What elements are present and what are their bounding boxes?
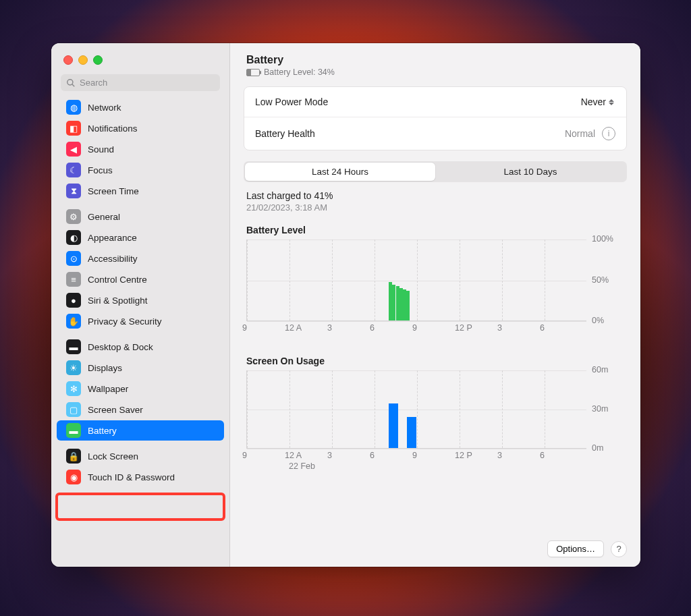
flower-icon: ✻: [66, 381, 81, 396]
sun-icon: ☀: [66, 360, 81, 375]
moon-icon: ☾: [66, 163, 81, 177]
help-button[interactable]: ?: [611, 541, 627, 557]
finger-icon: ◉: [66, 470, 81, 484]
sidebar-item-privacy-security[interactable]: ✋Privacy & Security: [57, 311, 224, 331]
sidebar-item-displays[interactable]: ☀Displays: [57, 358, 224, 378]
y-axis-label: 0m: [592, 443, 627, 453]
x-axis-label: 6: [540, 323, 545, 333]
chart-bar: [399, 288, 403, 320]
sidebar-list: ◍Network◧Notifications◀Sound☾Focus⧗Scree…: [51, 92, 229, 567]
hourglass-icon: ⧗: [66, 184, 81, 198]
sidebar-item-lock-screen[interactable]: 🔒Lock Screen: [57, 446, 224, 466]
y-axis-label: 30m: [592, 404, 627, 414]
sidebar-item-label: Desktop & Dock: [88, 342, 153, 352]
page-subtitle: Battery Level: 34%: [264, 67, 335, 77]
bell-icon: ◧: [66, 121, 81, 136]
x-axis-label: 12 A: [285, 323, 302, 333]
last-charged-line: Last charged to 41%: [246, 190, 627, 201]
battery-level-chart: 0%50%100%: [246, 240, 627, 320]
svg-line-1: [72, 84, 75, 86]
x-axis-label: 9: [242, 451, 247, 460]
battery-health-value: Normal: [565, 128, 595, 139]
chevron-updown-icon: [609, 99, 615, 105]
x-axis-label: 12 P: [455, 323, 472, 333]
sidebar-item-label: Network: [88, 103, 121, 113]
sidebar-item-label: Control Centre: [88, 275, 147, 285]
x-axis-label: 3: [327, 451, 332, 460]
sidebar-item-label: Lock Screen: [88, 451, 138, 461]
speaker-icon: ◀: [66, 142, 81, 157]
sidebar-item-battery[interactable]: ▬Battery: [57, 420, 224, 441]
x-axis-label: 3: [497, 323, 502, 333]
sidebar-item-siri-spotlight[interactable]: ●Siri & Spotlight: [57, 290, 224, 310]
screen-on-chart-title: Screen On Usage: [246, 356, 627, 366]
sidebar-item-touch-id-password[interactable]: ◉Touch ID & Password: [57, 467, 224, 487]
sidebar-item-label: Displays: [88, 363, 122, 373]
x-axis-sublabel: 22 Feb: [289, 461, 315, 471]
x-axis-label: 9: [242, 323, 247, 333]
sidebar-item-control-centre[interactable]: ≡Control Centre: [57, 269, 224, 289]
sidebar-item-screen-saver[interactable]: ▢Screen Saver: [57, 399, 224, 420]
info-icon[interactable]: i: [602, 127, 615, 140]
screen-icon: ▢: [66, 402, 81, 417]
chart-bar: [392, 285, 395, 320]
sidebar-item-general[interactable]: ⚙General: [57, 206, 224, 227]
sidebar-item-notifications[interactable]: ◧Notifications: [57, 118, 224, 138]
sidebar-item-accessibility[interactable]: ⊙Accessibility: [57, 248, 224, 269]
sidebar-item-screen-time[interactable]: ⧗Screen Time: [57, 181, 224, 201]
x-axis-label: 3: [327, 323, 332, 333]
siri-icon: ●: [66, 293, 81, 308]
globe-icon: ◍: [66, 100, 81, 115]
person-icon: ⊙: [66, 251, 81, 266]
sidebar-item-label: Focus: [88, 165, 113, 175]
settings-window: Search ◍Network◧Notifications◀Sound☾Focu…: [51, 43, 640, 567]
page-title: Battery: [246, 54, 627, 66]
time-range-tabs: Last 24 Hours Last 10 Days: [244, 161, 627, 182]
low-power-label: Low Power Mode: [255, 96, 328, 107]
chart-x-axis: 912 A36912 P3622 Feb: [246, 451, 586, 471]
chart-bar: [403, 289, 406, 320]
battery-icon: [246, 69, 260, 76]
last-charged-time: 21/02/2023, 3:18 AM: [246, 202, 627, 213]
sidebar-item-label: General: [88, 212, 120, 222]
options-button[interactable]: Options…: [547, 540, 604, 557]
search-input[interactable]: Search: [61, 74, 220, 91]
window-controls: [51, 43, 229, 65]
svg-point-0: [67, 79, 73, 84]
tab-last-24-hours[interactable]: Last 24 Hours: [245, 163, 435, 181]
sidebar-item-label: Appearance: [88, 233, 137, 243]
search-icon: [66, 78, 76, 88]
chart-bar: [389, 282, 392, 320]
sidebar-item-label: Screen Saver: [88, 405, 143, 415]
tab-last-10-days[interactable]: Last 10 Days: [435, 163, 626, 181]
minimize-window-button[interactable]: [78, 55, 88, 65]
gear-icon: ⚙: [66, 209, 81, 224]
chart-bar: [407, 417, 416, 448]
sliders-icon: ≡: [66, 272, 81, 287]
sidebar-item-focus[interactable]: ☾Focus: [57, 160, 224, 180]
y-axis-label: 50%: [592, 275, 627, 285]
low-power-mode-select[interactable]: Never: [581, 96, 615, 107]
sidebar-item-network[interactable]: ◍Network: [57, 97, 224, 117]
chart-bar: [389, 403, 398, 448]
sidebar-item-sound[interactable]: ◀Sound: [57, 139, 224, 159]
main-panel: Battery Battery Level: 34% Low Power Mod…: [230, 43, 640, 567]
sidebar: Search ◍Network◧Notifications◀Sound☾Focu…: [51, 43, 230, 567]
sidebar-item-appearance[interactable]: ◐Appearance: [57, 227, 224, 248]
chart-bar: [406, 291, 410, 320]
power-settings-panel: Low Power Mode Never Battery Health Norm…: [244, 86, 627, 150]
sidebar-item-label: Battery: [88, 426, 117, 436]
sidebar-item-desktop-dock[interactable]: ▬Desktop & Dock: [57, 337, 224, 357]
x-axis-label: 3: [497, 451, 502, 460]
screen-on-usage-chart: 0m30m60m: [246, 370, 627, 448]
x-axis-label: 12 P: [455, 451, 472, 460]
lock-icon: 🔒: [66, 449, 81, 464]
close-window-button[interactable]: [63, 55, 73, 65]
sidebar-item-label: Wallpaper: [88, 384, 128, 394]
zoom-window-button[interactable]: [93, 55, 103, 65]
chart-x-axis: 912 A36912 P36: [246, 323, 586, 343]
y-axis-label: 60m: [592, 365, 627, 374]
x-axis-label: 6: [370, 451, 375, 460]
bat-icon: ▬: [66, 423, 81, 438]
sidebar-item-wallpaper[interactable]: ✻Wallpaper: [57, 379, 224, 399]
